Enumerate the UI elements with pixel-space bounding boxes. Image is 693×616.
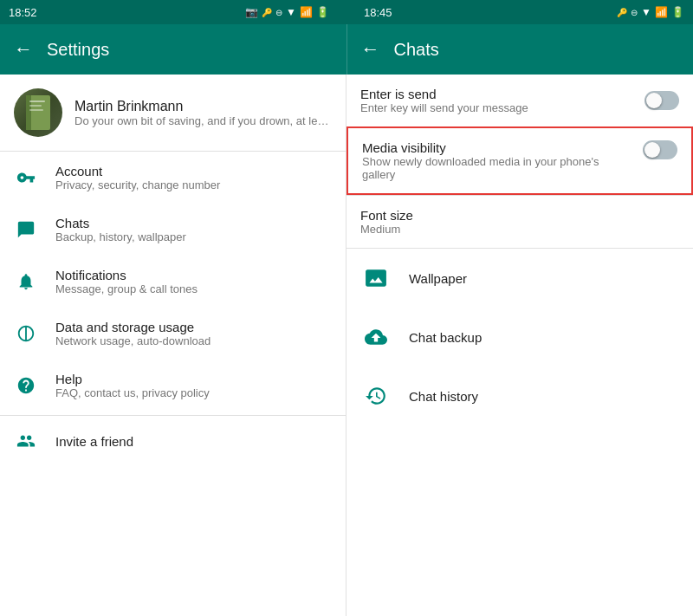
- invite-icon: [14, 431, 38, 451]
- status-bars: 18:52 📷 🔑 ⊖ ▼ 📶 🔋 18:45 🔑 ⊖ ▼ 📶 🔋: [0, 0, 693, 24]
- left-time: 18:52: [9, 6, 37, 19]
- font-size-row[interactable]: Font size Medium: [346, 196, 693, 248]
- right-time: 18:45: [364, 6, 392, 19]
- profile-section[interactable]: Martin Brinkmann Do your own bit of savi…: [0, 75, 346, 152]
- sidebar-item-account[interactable]: Account Privacy, security, change number: [0, 152, 346, 204]
- chats-menu-title: Chats: [55, 216, 332, 230]
- sidebar-item-data-storage[interactable]: Data and storage usage Network usage, au…: [0, 308, 346, 360]
- chat-history-icon: [360, 380, 392, 412]
- invite-text: Invite a friend: [55, 434, 332, 449]
- account-subtitle: Privacy, security, change number: [55, 178, 332, 191]
- wifi-icon: ▼: [286, 6, 296, 18]
- enter-is-send-title: Enter is send: [360, 87, 634, 101]
- signal-icon-r: 📶: [655, 6, 668, 18]
- data-storage-icon: [14, 324, 38, 343]
- help-title: Help: [55, 372, 332, 386]
- sidebar-item-chats[interactable]: Chats Backup, history, wallpaper: [0, 204, 346, 256]
- account-title: Account: [55, 164, 332, 178]
- key-icon: 🔑: [262, 8, 272, 17]
- wallpaper-row[interactable]: Wallpaper: [346, 249, 693, 308]
- enter-is-send-row[interactable]: Enter is send Enter key will send your m…: [346, 75, 693, 126]
- enter-is-send-info: Enter is send Enter key will send your m…: [360, 87, 634, 114]
- profile-status: Do your own bit of saving, and if you dr…: [74, 114, 332, 127]
- profile-name: Martin Brinkmann: [74, 99, 332, 114]
- chat-backup-label: Chat backup: [409, 330, 482, 345]
- chats-title: Chats: [394, 40, 439, 60]
- chat-backup-icon: [360, 321, 392, 353]
- signal-icon: 📶: [300, 6, 313, 18]
- font-size-title: Font size: [360, 208, 679, 223]
- enter-is-send-subtitle: Enter key will send your message: [360, 101, 634, 114]
- book-icon: [23, 94, 54, 132]
- right-app-bar: ← Chats: [347, 24, 694, 75]
- notifications-subtitle: Message, group & call tones: [55, 282, 332, 295]
- chats-menu-subtitle: Backup, history, wallpaper: [55, 230, 332, 243]
- svg-rect-3: [29, 105, 42, 107]
- data-storage-subtitle: Network usage, auto-download: [55, 334, 332, 347]
- chats-settings-panel: Enter is send Enter key will send your m…: [346, 75, 693, 616]
- chats-text: Chats Backup, history, wallpaper: [55, 216, 332, 243]
- profile-info: Martin Brinkmann Do your own bit of savi…: [74, 99, 332, 127]
- chats-back-button[interactable]: ←: [361, 38, 380, 61]
- battery-icon-r: 🔋: [671, 6, 684, 18]
- settings-title: Settings: [47, 40, 109, 60]
- account-text: Account Privacy, security, change number: [55, 164, 332, 191]
- notifications-title: Notifications: [55, 268, 332, 282]
- font-size-value: Medium: [360, 223, 679, 236]
- media-visibility-title: Media visibility: [362, 140, 632, 155]
- chats-settings-icon: [14, 220, 38, 239]
- left-status-icons: 📷 🔑 ⊖ ▼ 📶 🔋: [245, 6, 329, 18]
- help-subtitle: FAQ, contact us, privacy policy: [55, 386, 332, 399]
- sidebar-item-notifications[interactable]: Notifications Message, group & call tone…: [0, 256, 346, 308]
- settings-panel: Martin Brinkmann Do your own bit of savi…: [0, 75, 346, 616]
- data-storage-title: Data and storage usage: [55, 320, 332, 334]
- minus-circle-icon: ⊖: [275, 8, 282, 17]
- key-icon-r: 🔑: [617, 8, 627, 17]
- media-visibility-info: Media visibility Show newly downloaded m…: [362, 140, 632, 181]
- notifications-icon: [14, 272, 38, 291]
- media-visibility-toggle[interactable]: [643, 140, 677, 159]
- sidebar-item-invite[interactable]: Invite a friend: [0, 419, 346, 463]
- key-settings-icon: [14, 168, 38, 187]
- wallpaper-icon: [360, 263, 392, 294]
- left-app-bar: ← Settings: [0, 24, 346, 75]
- right-status-icons: 🔑 ⊖ ▼ 📶 🔋: [617, 6, 684, 18]
- chat-backup-row[interactable]: Chat backup: [346, 308, 693, 366]
- invite-title: Invite a friend: [55, 434, 332, 449]
- sidebar-item-help[interactable]: Help FAQ, contact us, privacy policy: [0, 360, 346, 412]
- chat-history-label: Chat history: [409, 389, 478, 404]
- left-status-bar: 18:52 📷 🔑 ⊖ ▼ 📶 🔋: [0, 0, 338, 24]
- wallpaper-label: Wallpaper: [409, 271, 467, 286]
- avatar-image: [14, 88, 62, 137]
- enter-is-send-toggle[interactable]: [644, 91, 679, 110]
- avatar: [14, 88, 62, 137]
- wifi-icon-r: ▼: [641, 6, 651, 18]
- settings-back-button[interactable]: ←: [14, 38, 33, 61]
- help-text: Help FAQ, contact us, privacy policy: [55, 372, 332, 399]
- minus-circle-icon-r: ⊖: [631, 8, 638, 17]
- help-icon: [14, 376, 38, 395]
- notifications-text: Notifications Message, group & call tone…: [55, 268, 332, 295]
- right-status-bar: 18:45 🔑 ⊖ ▼ 📶 🔋: [338, 0, 693, 24]
- app-bars: ← Settings ← Chats: [0, 24, 693, 75]
- camera-icon: 📷: [245, 6, 258, 18]
- media-visibility-subtitle: Show newly downloaded media in your phon…: [362, 155, 632, 181]
- svg-rect-4: [29, 109, 43, 111]
- settings-divider: [0, 415, 346, 416]
- media-visibility-row[interactable]: Media visibility Show newly downloaded m…: [346, 126, 693, 195]
- battery-icon: 🔋: [316, 6, 329, 18]
- chat-history-row[interactable]: Chat history: [346, 366, 693, 425]
- main-content: Martin Brinkmann Do your own bit of savi…: [0, 75, 693, 616]
- data-storage-text: Data and storage usage Network usage, au…: [55, 320, 332, 347]
- svg-rect-2: [29, 101, 45, 102]
